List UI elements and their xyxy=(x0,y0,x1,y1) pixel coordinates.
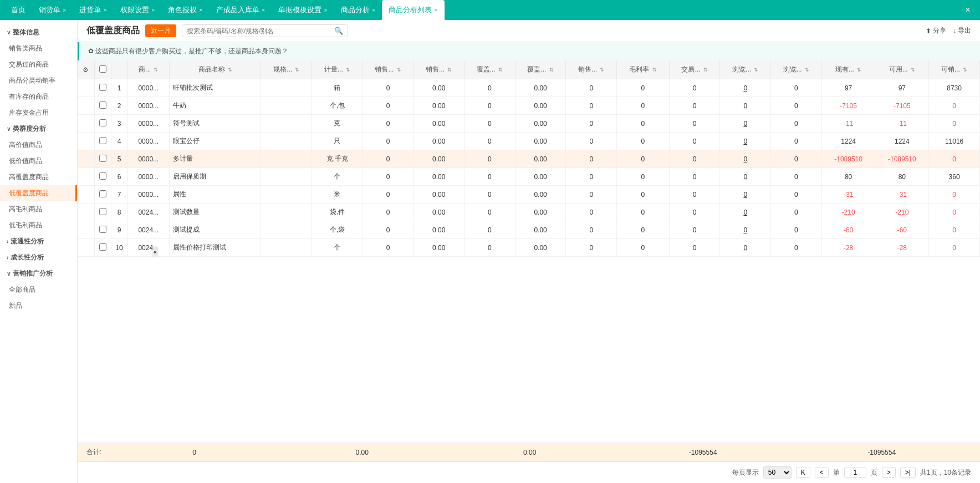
row-checkbox[interactable] xyxy=(99,101,106,109)
search-icon[interactable]: 🔍 xyxy=(334,27,343,35)
window-close-button[interactable]: × xyxy=(960,2,976,18)
th-cover1[interactable]: 覆盖... ⇅ xyxy=(465,60,515,79)
row-checkbox-cell[interactable] xyxy=(94,168,111,186)
row-browse1[interactable]: 0 xyxy=(720,133,771,150)
page-number-input[interactable] xyxy=(844,467,866,478)
row-browse1[interactable]: 0 xyxy=(720,115,771,133)
row-checkbox[interactable] xyxy=(99,155,106,162)
th-spec[interactable]: 规格... ⇅ xyxy=(261,60,312,79)
sidebar-abc-section[interactable]: ∨ 类群度分析 xyxy=(0,121,77,137)
nav-role-auth[interactable]: 角色授权 × xyxy=(161,0,209,20)
row-checkbox-cell[interactable] xyxy=(94,97,111,115)
sidebar-item-inventory-capital[interactable]: 库存资金占用 xyxy=(0,105,77,121)
th-browse1[interactable]: 浏览... ⇅ xyxy=(720,60,771,79)
nav-product-warehouse[interactable]: 产成品入库单 × xyxy=(210,0,272,20)
first-page-button[interactable]: K xyxy=(796,467,810,478)
row-checkbox-cell[interactable] xyxy=(94,133,111,150)
th-stock1[interactable]: 现有... ⇅ xyxy=(821,60,875,79)
select-all-checkbox[interactable] xyxy=(99,65,106,73)
nav-permission[interactable]: 权限设置 × xyxy=(114,0,161,20)
row-checkbox[interactable] xyxy=(99,119,106,126)
nav-template-close[interactable]: × xyxy=(324,0,327,20)
nav-template-settings[interactable]: 单据模板设置 × xyxy=(272,0,334,20)
settings-icon[interactable]: ⚙ xyxy=(83,66,89,74)
th-margin[interactable]: 毛利率 ⇅ xyxy=(617,60,670,79)
row-browse1[interactable]: 0 xyxy=(720,97,771,115)
sidebar-promo-section[interactable]: ∨ 营销推广分析 xyxy=(0,266,77,282)
per-page-select[interactable]: 50 20 100 xyxy=(763,466,792,479)
search-input[interactable] xyxy=(187,27,332,35)
row-checkbox[interactable] xyxy=(99,137,106,144)
row-checkbox-cell[interactable] xyxy=(94,204,111,221)
nav-product-analysis-list-close[interactable]: × xyxy=(434,0,437,20)
th-checkbox[interactable] xyxy=(94,60,111,79)
row-checkbox-cell[interactable] xyxy=(94,221,111,239)
row-trans: 0 xyxy=(669,97,720,115)
prev-page-button[interactable]: < xyxy=(815,467,829,478)
th-sales1[interactable]: 销售... ⇅ xyxy=(363,60,414,79)
th-browse2[interactable]: 浏览... ⇅ xyxy=(771,60,822,79)
row-checkbox[interactable] xyxy=(99,172,106,180)
nav-product-warehouse-close[interactable]: × xyxy=(262,0,265,20)
row-browse1[interactable]: 0 xyxy=(720,221,771,239)
nav-permission-close[interactable]: × xyxy=(151,0,155,20)
row-browse1[interactable]: 0 xyxy=(720,239,771,257)
row-checkbox-cell[interactable] xyxy=(94,150,111,168)
sidebar-item-sales-products[interactable]: 销售类商品 xyxy=(0,40,77,57)
th-trans[interactable]: 交易... ⇅ xyxy=(669,60,720,79)
sidebar-collapse-button[interactable]: « xyxy=(152,246,158,257)
nav-purchase-order[interactable]: 进货单 × xyxy=(73,0,113,20)
row-browse1[interactable]: 0 xyxy=(720,150,771,168)
sidebar-growth-section[interactable]: › 成长性分析 xyxy=(0,250,77,266)
sidebar-flow-section[interactable]: › 流通性分析 xyxy=(0,233,77,250)
sidebar-item-low-value[interactable]: 低价值商品 xyxy=(0,153,77,169)
th-salable[interactable]: 可销... ⇅ xyxy=(929,60,980,79)
th-product-code[interactable]: 商... ⇅ xyxy=(127,60,169,79)
nav-product-analysis[interactable]: 商品分析 × xyxy=(334,0,382,20)
th-settings[interactable]: ⚙ xyxy=(78,60,94,79)
row-browse1[interactable]: 0 xyxy=(720,204,771,221)
row-checkbox[interactable] xyxy=(99,190,106,197)
sidebar-item-high-margin[interactable]: 高毛利商品 xyxy=(0,201,77,217)
row-browse1[interactable]: 0 xyxy=(720,79,771,97)
row-checkbox[interactable] xyxy=(99,243,106,251)
row-browse1[interactable]: 0 xyxy=(720,186,771,204)
data-table-container[interactable]: ⚙ 商... ⇅ 商品名称 ⇅ xyxy=(78,60,980,443)
sidebar-item-low-margin[interactable]: 低毛利商品 xyxy=(0,217,77,233)
th-product-name[interactable]: 商品名称 ⇅ xyxy=(169,60,261,79)
sidebar-item-low-coverage[interactable]: 低覆盖度商品 xyxy=(0,185,77,201)
sidebar-item-all-products[interactable]: 全部商品 xyxy=(0,282,77,298)
th-cover2[interactable]: 覆盖... ⇅ xyxy=(515,60,566,79)
sidebar-item-new-products[interactable]: 新品 xyxy=(0,298,77,314)
sidebar-item-category-sales-rate[interactable]: 商品分类动销率 xyxy=(0,73,77,89)
th-sales2[interactable]: 销售... ⇅ xyxy=(414,60,465,79)
sidebar-item-stocked-products[interactable]: 有库存的商品 xyxy=(0,89,77,105)
sidebar-item-high-value[interactable]: 高价值商品 xyxy=(0,137,77,153)
row-checkbox-cell[interactable] xyxy=(94,79,111,97)
next-page-button[interactable]: > xyxy=(882,467,896,478)
row-checkbox-cell[interactable] xyxy=(94,239,111,257)
nav-product-analysis-close[interactable]: × xyxy=(372,0,375,20)
row-browse1[interactable]: 0 xyxy=(720,168,771,186)
nav-role-auth-close[interactable]: × xyxy=(199,0,202,20)
nav-product-analysis-list[interactable]: 商品分析列表 × xyxy=(382,0,444,20)
last-page-button[interactable]: >| xyxy=(900,467,916,478)
sidebar-item-traded-products[interactable]: 交易过的商品 xyxy=(0,57,77,73)
nav-purchase-order-close[interactable]: × xyxy=(103,0,106,20)
sidebar-overall-section[interactable]: ∨ 整体信息 xyxy=(0,24,77,40)
row-checkbox[interactable] xyxy=(99,226,106,233)
export-button[interactable]: ↓ 导出 xyxy=(953,26,971,35)
nav-sales-order[interactable]: 销货单 × xyxy=(32,0,73,20)
nav-sales-order-close[interactable]: × xyxy=(63,0,66,20)
th-unit[interactable]: 计量... ⇅ xyxy=(312,60,363,79)
row-checkbox-cell[interactable] xyxy=(94,186,111,204)
nav-home[interactable]: 首页 xyxy=(4,0,32,20)
row-checkbox[interactable] xyxy=(99,208,106,215)
row-checkbox-cell[interactable] xyxy=(94,115,111,133)
th-sales3[interactable]: 销售... ⇅ xyxy=(566,60,617,79)
sidebar-item-high-coverage[interactable]: 高覆盖度商品 xyxy=(0,169,77,185)
row-checkbox[interactable] xyxy=(99,84,106,91)
th-stock2[interactable]: 可用... ⇅ xyxy=(875,60,929,79)
share-button[interactable]: ⬆ 分享 xyxy=(926,26,946,35)
time-filter-button[interactable]: 近一月 xyxy=(145,24,176,37)
